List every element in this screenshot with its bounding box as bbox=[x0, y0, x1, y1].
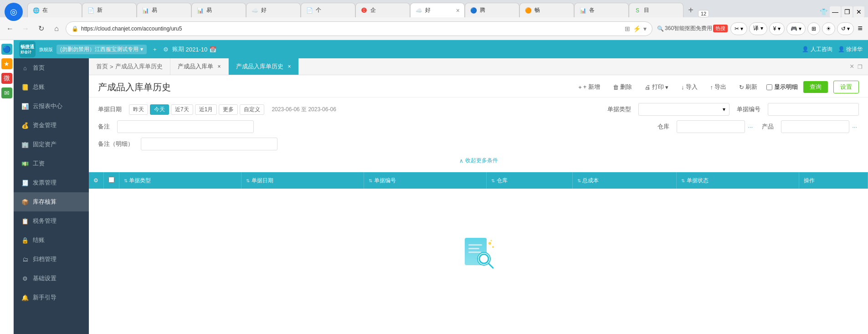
tab-3[interactable]: 📊 易 bbox=[137, 3, 191, 17]
menu-button[interactable]: ≡ bbox=[856, 24, 864, 33]
calendar-icon[interactable]: 📅 bbox=[209, 46, 216, 53]
search-bar[interactable]: 🔍 360智能抠图免费用 热搜 bbox=[657, 25, 728, 32]
star-icon[interactable]: ★ bbox=[1, 58, 12, 69]
theme-tool[interactable]: ☀ bbox=[822, 22, 835, 35]
import-button[interactable]: ↓ 导入 bbox=[678, 81, 701, 93]
sidebar-item-fund[interactable]: 💰 资金管理 bbox=[14, 116, 89, 135]
th-gear[interactable]: ⚙ bbox=[89, 172, 103, 189]
tab-8-close-icon[interactable]: × bbox=[456, 7, 460, 14]
back-button[interactable]: ← bbox=[4, 22, 16, 35]
export-button[interactable]: ↑ 导出 bbox=[707, 81, 730, 93]
date-btn-1month[interactable]: 近1月 bbox=[195, 104, 217, 115]
th-type[interactable]: ⇅ 单据类型 bbox=[119, 172, 241, 189]
sidebar-item-settings[interactable]: ⚙ 基础设置 bbox=[14, 269, 89, 288]
yuan-tool[interactable]: ¥ ▾ bbox=[769, 22, 785, 35]
shirt-icon[interactable]: 👕 bbox=[818, 6, 829, 17]
collapse-button[interactable]: ∧ 收起更多条件 bbox=[98, 155, 859, 166]
tab-7[interactable]: 🅒 企 bbox=[355, 3, 410, 17]
tab-6[interactable]: 📄 个 bbox=[301, 3, 355, 17]
username-button[interactable]: 👤 徐泽华 bbox=[838, 46, 863, 53]
tab-voucher-list-close-icon[interactable]: × bbox=[218, 63, 221, 70]
tab-9[interactable]: 🔵 腾 bbox=[465, 3, 519, 17]
company-select[interactable]: (勿删勿禁用）江西服宝测试专用 ▾ bbox=[56, 45, 147, 54]
th-date[interactable]: ⇅ 单据日期 bbox=[241, 172, 364, 189]
th-cost[interactable]: ⇅ 总成本 bbox=[572, 172, 677, 189]
delete-button[interactable]: 🗑 删除 bbox=[609, 81, 636, 93]
bookmark-icon[interactable]: 🔵 bbox=[1, 44, 12, 55]
date-btn-today[interactable]: 今天 bbox=[150, 104, 169, 115]
tab-voucher-list[interactable]: 产成品入库单 × bbox=[170, 58, 229, 75]
panel-collapse-button[interactable]: ❐ bbox=[858, 64, 863, 70]
translate-tool[interactable]: 译 ▾ bbox=[749, 22, 767, 35]
show-detail-checkbox[interactable] bbox=[766, 84, 772, 90]
close-window-button[interactable]: ✕ bbox=[853, 6, 864, 17]
print-button[interactable]: 🖨 打印 ▾ bbox=[641, 81, 672, 93]
th-status[interactable]: ⇅ 单据状态 bbox=[677, 172, 799, 189]
tab-8[interactable]: ☁️ 好 × bbox=[410, 3, 465, 17]
product-input[interactable] bbox=[781, 120, 849, 133]
date-btn-7days[interactable]: 近7天 bbox=[171, 104, 193, 115]
sidebar-item-home[interactable]: ⌂ 首页 bbox=[14, 58, 89, 77]
sidebar-item-ledger[interactable]: 📒 总账 bbox=[14, 77, 89, 97]
show-detail-checkbox-area[interactable]: 显示明细 bbox=[766, 83, 798, 91]
warehouse-dots-button[interactable]: ··· bbox=[746, 123, 755, 130]
date-btn-yesterday[interactable]: 昨天 bbox=[129, 104, 148, 115]
sidebar-item-archive[interactable]: 🗂 归档管理 bbox=[14, 250, 89, 269]
weibo-icon[interactable]: 微 bbox=[1, 73, 12, 84]
query-button[interactable]: 查询 bbox=[803, 81, 828, 93]
refresh-button[interactable]: ↻ 刷新 bbox=[735, 81, 761, 93]
sidebar-item-tax[interactable]: 📋 税务管理 bbox=[14, 211, 89, 231]
select-all-checkbox[interactable] bbox=[108, 177, 114, 183]
tab-11[interactable]: 📊 各 bbox=[574, 3, 629, 17]
note-detail-input[interactable] bbox=[141, 138, 277, 150]
product-dots-button[interactable]: ··· bbox=[850, 123, 859, 130]
tab-voucher-history-label: 产成品入库单历史 bbox=[236, 62, 283, 71]
refresh-button[interactable]: ↻ bbox=[35, 22, 47, 35]
sidebar-item-invoice[interactable]: 🧾 发票管理 bbox=[14, 173, 89, 192]
voucher-type-select[interactable]: ▾ bbox=[638, 103, 729, 116]
th-checkbox[interactable] bbox=[103, 172, 119, 189]
tab-5[interactable]: ☁️ 好 bbox=[246, 3, 301, 17]
note-input[interactable] bbox=[117, 120, 254, 133]
game-tool[interactable]: 🎮 ▾ bbox=[786, 22, 806, 35]
warehouse-input[interactable] bbox=[677, 120, 745, 133]
date-btn-custom[interactable]: 自定义 bbox=[240, 104, 264, 115]
tab-1[interactable]: 🌐 在 bbox=[27, 3, 82, 17]
tab-12[interactable]: S 目 bbox=[629, 3, 683, 17]
empty-state-cell bbox=[89, 189, 868, 316]
tab-4-icon: 📊 bbox=[196, 7, 204, 14]
username-label: 徐泽华 bbox=[846, 46, 863, 52]
mail-icon[interactable]: ✉ bbox=[1, 87, 12, 98]
user-service-button[interactable]: 👤 人工咨询 bbox=[802, 46, 832, 53]
undo-tool[interactable]: ↺ ▾ bbox=[837, 22, 854, 35]
tab-10[interactable]: 🟠 畅 bbox=[519, 3, 574, 17]
sidebar-item-new-entry[interactable]: 🔔 新手引导 bbox=[14, 288, 89, 307]
new-tab-button[interactable]: + bbox=[683, 3, 698, 17]
sidebar-item-payroll[interactable]: 💵 工资 bbox=[14, 154, 89, 173]
forward-button[interactable]: → bbox=[19, 22, 32, 35]
grid-tool[interactable]: ⊞ bbox=[807, 22, 820, 35]
th-warehouse[interactable]: ⇅ 仓库 bbox=[487, 172, 573, 189]
tab-voucher-history-close-icon[interactable]: × bbox=[288, 63, 291, 70]
tab-4[interactable]: 📊 易 bbox=[191, 3, 246, 17]
date-btn-more[interactable]: 更多 bbox=[219, 104, 238, 115]
address-input[interactable]: 🔒 https://cloud.chanjet.com/accounting/u… bbox=[66, 21, 652, 36]
add-company-button[interactable]: + bbox=[150, 45, 159, 54]
minimize-button[interactable]: — bbox=[830, 6, 841, 17]
add-button[interactable]: + + 新增 bbox=[575, 81, 604, 93]
sidebar-item-cloud-report[interactable]: 📊 云报表中心 bbox=[14, 97, 89, 116]
scissors-tool[interactable]: ✂ ▾ bbox=[730, 22, 747, 35]
panel-close-button[interactable]: × bbox=[850, 62, 854, 70]
sidebar-item-fixed-assets[interactable]: 🏢 固定资产 bbox=[14, 135, 89, 154]
sidebar-item-checkout[interactable]: 🔒 结账 bbox=[14, 231, 89, 250]
home-button[interactable]: ⌂ bbox=[50, 22, 63, 35]
breadcrumb-home[interactable]: 首页 bbox=[96, 62, 108, 71]
restore-button[interactable]: ❐ bbox=[842, 6, 853, 17]
sidebar-item-inventory[interactable]: 📦 库存核算 bbox=[14, 192, 89, 211]
settings-icon[interactable]: ⚙ bbox=[163, 46, 169, 53]
th-no[interactable]: ⇅ 单据编号 bbox=[364, 172, 487, 189]
tab-voucher-history[interactable]: 产成品入库单历史 × bbox=[229, 58, 299, 75]
settings-button[interactable]: 设置 bbox=[833, 81, 859, 93]
voucher-no-input[interactable] bbox=[768, 103, 859, 116]
tab-2[interactable]: 📄 新 bbox=[82, 3, 137, 17]
